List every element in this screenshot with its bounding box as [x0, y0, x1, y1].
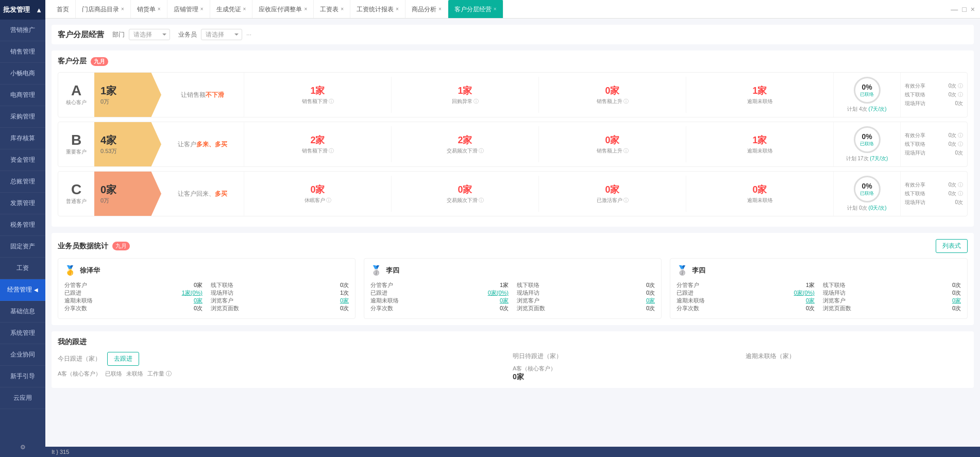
tab-sales-order[interactable]: 销货单× — [131, 0, 167, 19]
followup-sub-labels: A客（核心客户） 已联络 未联络 工作量 ⓘ — [58, 370, 502, 378]
tier-a-stat-4: 1家 逾期未联络 — [686, 77, 833, 113]
tab-close-payroll-table[interactable]: × — [341, 0, 344, 19]
tab-bar-end: — □ × — [951, 5, 975, 13]
tab-voucher[interactable]: 生成凭证× — [210, 0, 253, 19]
tab-home[interactable]: 首页 — [50, 0, 76, 19]
tier-a-contact: 0% 已联络 计划 4次 (7天/次) — [833, 73, 900, 117]
tier-c-count: 0家 0万 — [94, 172, 161, 216]
main-area: 首页 门店商品目录× 销货单× 店铺管理× 生成凭证× 应收应付调整单× 工资表… — [45, 0, 980, 457]
sidebar-item-cloud[interactable]: 云应用 — [0, 387, 45, 409]
tab-close-voucher[interactable]: × — [243, 0, 246, 19]
tier-a-label: A 核心客户 — [58, 73, 94, 117]
tab-close-product-analysis[interactable]: × — [438, 0, 442, 19]
tab-minimize-icon[interactable]: — — [951, 5, 958, 13]
tab-close-sales-order[interactable]: × — [158, 0, 161, 19]
sidebar-item-system[interactable]: 系统管理 — [0, 323, 45, 344]
list-view-button[interactable]: 列表式 — [936, 239, 968, 253]
sub-label-a: A客（核心客户） — [58, 370, 101, 378]
sidebar-item-invoice[interactable]: 发票管理 — [0, 193, 45, 214]
tab-product-analysis[interactable]: 商品分析× — [405, 0, 448, 19]
more-options-icon[interactable]: ··· — [246, 31, 251, 38]
tab-close-ar-ap[interactable]: × — [304, 0, 307, 19]
sidebar-item-finance[interactable]: 资金管理 — [0, 149, 45, 171]
tier-b-stat-3: 0家 销售额上升 ⓘ — [539, 126, 686, 162]
tier-c-contact-circle: 0% 已联络 — [854, 176, 881, 202]
sidebar-header[interactable]: 批发管理 ▲ — [0, 0, 45, 20]
biz-stat-row: 浏览页面数0次 — [211, 304, 349, 312]
tier-c-stat-4: 0家 逾期未联络 — [686, 176, 833, 212]
tab-restore-icon[interactable]: □ — [962, 5, 966, 13]
sidebar-item-sales[interactable]: 销售管理 — [0, 41, 45, 63]
sidebar-item-guide[interactable]: 新手引导 — [0, 366, 45, 387]
tab-close-store-mgmt[interactable]: × — [200, 0, 204, 19]
followup-today: 今日跟进（家） 去跟进 A客（核心客户） 已联络 未联络 工作量 ⓘ — [58, 352, 502, 378]
sidebar-item-tax[interactable]: 税务管理 — [0, 214, 45, 236]
content-area: 客户分层经营 部门 请选择 业务员 请选择 ··· 客户分层 九月 — [45, 19, 980, 447]
medal-silver-icon: 🥈 — [370, 265, 382, 276]
tab-store-mgmt[interactable]: 店铺管理× — [167, 0, 210, 19]
sidebar-item-management[interactable]: 经营管理 ◀ — [0, 279, 45, 301]
tab-close-all-icon[interactable]: × — [971, 5, 975, 13]
go-followup-button[interactable]: 去跟进 — [107, 352, 139, 366]
tier-row-b: B 重要客户 4家 0.53万 让客户多来、多买 2家 销售额下滑 ⓘ 2 — [58, 122, 968, 167]
biz-cards-grid: 🥇 徐泽华 分管客户0家 已跟进1家(0%) 逾期未联络0家 分享次数0次 线下… — [58, 258, 968, 319]
followup-tomorrow: 明日待跟进（家） A客（核心客户） 0家 — [513, 352, 735, 382]
biz-card-2: 🥈 李四 分管客户1家 已跟进0家(0%) 逾期未联络0家 分享次数0次 线下联… — [364, 258, 662, 319]
medal-bronze-icon: 🥈 — [677, 265, 688, 276]
biz-month-badge: 九月 — [112, 242, 130, 250]
sidebar-item-payroll[interactable]: 工资 — [0, 258, 45, 279]
overdue-label: 逾期未联络（家） — [746, 352, 968, 361]
tier-c-suggestion: 让客户回来、多买 — [161, 172, 244, 216]
biz-stat-row: 逾期未联络0家 — [64, 297, 202, 304]
biz-name-1: 徐泽华 — [80, 266, 100, 275]
biz-stat-row: 已跟进1家(0%) — [64, 289, 202, 297]
sidebar-item-ecommerce-small[interactable]: 小畅电商 — [0, 63, 45, 84]
sidebar-item-collab[interactable]: 企业协同 — [0, 344, 45, 366]
tier-b-contact: 0% 已联络 计划 17次 (7天/次) — [833, 122, 900, 166]
biz-stat-row: 浏览客户0家 — [211, 297, 349, 304]
customer-month-badge: 九月 — [91, 57, 108, 66]
biz-stat-row: 线下联络0次 — [211, 281, 349, 289]
bottom-bar: It } 315 — [45, 447, 980, 457]
tab-ar-ap[interactable]: 应收应付调整单× — [252, 0, 314, 19]
sub-label-c: 未联络 — [126, 370, 143, 378]
biz-select[interactable]: 请选择 — [201, 29, 242, 40]
tier-b-stat-1: 2家 销售额下滑 ⓘ — [244, 126, 392, 162]
tab-close-customer-tier[interactable]: × — [494, 0, 497, 19]
tier-a-count: 1家 0万 — [94, 73, 161, 117]
sidebar-item-ecommerce[interactable]: 电商管理 — [0, 84, 45, 106]
biz-stat-row: 分享次数0次 — [64, 304, 202, 312]
customer-tier-header: 客户分层 九月 — [58, 57, 968, 66]
page-title: 客户分层经营 — [58, 30, 104, 40]
sidebar-item-ledger[interactable]: 总账管理 — [0, 171, 45, 193]
tier-b-stat-4: 1家 逾期未联络 — [686, 126, 833, 162]
sidebar-item-assets[interactable]: 固定资产 — [0, 236, 45, 258]
tier-b-suggestion: 让客户多来、多买 — [161, 122, 244, 166]
tab-close-store-products[interactable]: × — [121, 0, 124, 19]
tab-store-products[interactable]: 门店商品目录× — [76, 0, 131, 19]
tier-a-stat-1: 1家 销售额下滑 ⓘ — [244, 77, 392, 113]
tab-customer-tier[interactable]: 客户分层经营× — [448, 0, 503, 19]
tab-payroll-table[interactable]: 工资表× — [314, 0, 350, 19]
tier-c-contact: 0% 已联络 计划 0次 (0天/次) — [833, 172, 900, 216]
tier-b-extra: 有效分享0次 ⓘ 线下联络0次 ⓘ 现场拜访0次 — [900, 122, 967, 166]
sidebar-item-basic-info[interactable]: 基础信息 — [0, 301, 45, 323]
sidebar-item-purchase[interactable]: 采购管理 — [0, 106, 45, 128]
today-followup-label: 今日跟进（家） — [58, 354, 101, 363]
gear-icon: ⚙ — [20, 444, 26, 451]
sub-label-b: 已联络 — [105, 370, 122, 378]
dept-select[interactable]: 请选择 — [129, 29, 170, 40]
sidebar: 批发管理 ▲ 营销推广 销售管理 小畅电商 电商管理 采购管理 库存核算 资金管… — [0, 0, 45, 457]
sidebar-item-marketing[interactable]: 营销推广 — [0, 20, 45, 41]
followup-content: 今日跟进（家） 去跟进 A客（核心客户） 已联络 未联络 工作量 ⓘ 明日待跟进… — [58, 352, 968, 382]
biz-stat-row: 现场拜访1次 — [211, 289, 349, 297]
tab-payroll-report[interactable]: 工资统计报表× — [350, 0, 405, 19]
biz-stats-header: 业务员数据统计 九月 列表式 — [58, 239, 968, 253]
tier-b-stats: 2家 销售额下滑 ⓘ 2家 交易频次下滑 ⓘ 0家 销售额上升 ⓘ 1家 逾期未… — [244, 122, 833, 166]
followup-section: 我的跟进 今日跟进（家） 去跟进 A客（核心客户） 已联络 未联络 工作量 ⓘ — [52, 331, 974, 388]
tab-close-payroll-report[interactable]: × — [396, 0, 399, 19]
tier-row-a: A 核心客户 1家 0万 让销售额不下滑 1家 销售额下滑 ⓘ 1家 — [58, 72, 968, 117]
sidebar-item-inventory[interactable]: 库存核算 — [0, 128, 45, 149]
tier-a-extra: 有效分享0次 ⓘ 线下联络0次 ⓘ 现场拜访0次 — [900, 73, 967, 117]
sidebar-settings[interactable]: ⚙ — [0, 437, 45, 457]
